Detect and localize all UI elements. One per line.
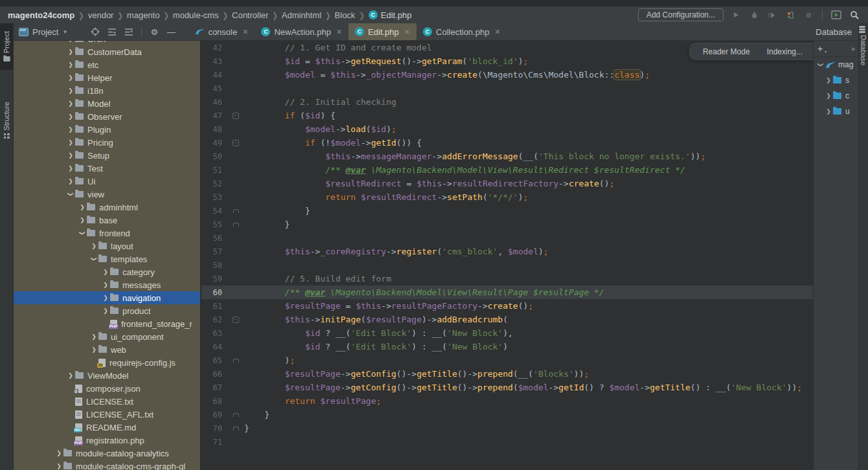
tree-item-frontend[interactable]: ❯frontend [14,227,200,240]
fold-marker[interactable]: − [233,140,239,146]
tree-item-etc[interactable]: ❯etc [14,58,200,71]
chevron-right-icon[interactable]: ❯ [89,346,98,353]
tree-item-messages[interactable]: ❯messages [14,278,200,291]
code-editor[interactable]: 42 // 1. Get ID and create model43 $id =… [201,41,813,470]
database-tab-label[interactable]: Database [860,35,867,65]
add-configuration-button[interactable]: Add Configuration... [638,8,724,21]
chevron-right-icon[interactable]: ❯ [101,295,110,301]
code-line[interactable]: 62− $this->initPage($resultPage)->addBre… [201,313,813,326]
close-icon[interactable]: ✕ [336,28,342,36]
code-line[interactable]: 53 return $resultRedirect->setPath('*/*/… [201,190,813,204]
tree-item-setup[interactable]: ❯Setup [14,149,200,162]
db-tree-item[interactable]: ❯mag [814,57,858,73]
hide-panel-icon[interactable]: — [165,26,177,38]
tree-item-model[interactable]: ❯Model [14,97,200,110]
tree-item-composer-json[interactable]: ❯{}composer.json [14,382,200,395]
code-line[interactable]: 46 // 2. Initial checking [201,95,813,109]
fold-marker[interactable]: − [233,317,239,323]
tree-item-view[interactable]: ❯view [14,188,200,201]
search-icon[interactable] [849,9,860,21]
tree-item-i18n[interactable]: ❯i18n [14,84,200,97]
code-line[interactable]: 68 return $resultPage; [201,394,813,408]
chevron-right-icon[interactable]: ❯ [54,450,63,456]
stop-icon[interactable] [803,9,814,21]
tree-item-layout[interactable]: ❯layout [14,240,200,252]
close-icon[interactable]: ✕ [242,28,248,36]
code-line[interactable]: 57 $this->_coreRegistry->register('cms_b… [201,245,813,258]
chevron-right-icon[interactable]: ❯ [824,93,833,99]
tree-item-navigation[interactable]: ❯navigation [14,291,200,304]
chevron-right-icon[interactable]: ❯ [101,308,110,314]
breadcrumb-item[interactable]: magento24comp [5,10,77,20]
tool-tab-project[interactable]: Project [0,23,13,70]
code-line[interactable]: 63 $id ? __('Edit Block') : __('New Bloc… [201,326,813,340]
tree-item-pricing[interactable]: ❯Pricing [14,136,200,149]
editor-tab-console[interactable]: console✕ [188,23,255,40]
chevron-right-icon[interactable]: ❯ [89,243,98,249]
chevron-right-icon[interactable]: ❯ [66,139,75,146]
fold-marker[interactable] [233,209,239,213]
code-line[interactable]: 71 [201,435,813,449]
code-line[interactable]: 64 $id ? __('Edit Block') : __('New Bloc… [201,340,813,353]
db-tree-item[interactable]: ❯s [814,73,858,88]
tree-item-web[interactable]: ❯web [14,343,200,356]
code-line[interactable]: 50 $this->messageManager->addErrorMessag… [201,150,813,163]
chevron-right-icon[interactable]: ❯ [101,269,110,275]
chevron-right-icon[interactable]: ❯ [824,77,833,84]
code-line[interactable]: 51 /** @var \Magento\Backend\Model\View\… [201,163,813,177]
locate-icon[interactable] [89,26,101,38]
tree-item-module-catalog-cms-graph-ql[interactable]: ❯module-catalog-cms-graph-ql [14,460,200,470]
code-line[interactable]: 66 $resultPage->getConfig()->getTitle()-… [201,367,813,381]
tree-item-templates[interactable]: ❯templates [14,252,200,265]
tree-item-readme-md[interactable]: ❯MDREADME.md [14,421,200,434]
debug-icon[interactable] [748,9,760,21]
chevron-right-icon[interactable]: ❯ [101,282,110,288]
tree-item-plugin[interactable]: ❯Plugin [14,123,200,136]
db-tree-item[interactable]: ❯c [814,88,858,104]
tree-item-license-txt[interactable]: ❯LICENSE.txt [14,395,200,408]
code-line[interactable]: 59 // 5. Build edit form [201,272,813,285]
tree-item-license_afl-txt[interactable]: ❯LICENSE_AFL.txt [14,408,200,421]
add-datasource-button[interactable]: + [817,43,823,54]
chevron-right-icon[interactable]: ❯ [66,372,75,379]
code-line[interactable]: 61 $resultPage = $this->resultPageFactor… [201,299,813,313]
code-line[interactable]: 49− if (!$model->getId()) { [201,136,813,150]
project-view-selector[interactable]: Project ▼ [14,27,73,37]
tree-item-requirejs-config-js[interactable]: ❯JSrequirejs-config.js [14,356,200,369]
tree-item-viewmodel[interactable]: ❯ViewModel [14,369,200,382]
attach-debugger-icon[interactable] [784,9,796,21]
expand-all-icon[interactable] [123,26,135,38]
collapse-all-icon[interactable] [106,26,118,38]
code-line[interactable]: 55 } [201,218,813,231]
more-actions-button[interactable]: » [851,45,854,52]
tree-item-adminhtml[interactable]: ❯adminhtml [14,201,200,214]
chevron-right-icon[interactable]: ❯ [66,178,75,185]
code-line[interactable]: 60 /** @var \Magento\Backend\Model\View\… [201,285,813,299]
breadcrumb-item[interactable]: Adminhtml [279,10,324,20]
chevron-right-icon[interactable]: ❯ [66,152,75,159]
chevron-right-icon[interactable]: ❯ [78,204,87,210]
chevron-down-icon[interactable]: ❯ [79,229,86,238]
tree-item-customerdata[interactable]: ❯CustomerData [14,45,200,58]
code-line[interactable]: 70} [201,421,813,435]
tree-item-module-catalog-analytics[interactable]: ❯module-catalog-analytics [14,447,200,460]
code-line[interactable]: 52 $resultRedirect = $this->resultRedire… [201,177,813,190]
chevron-right-icon[interactable]: ❯ [78,217,87,223]
fold-marker[interactable] [233,359,239,363]
code-line[interactable]: 45 [201,82,813,95]
close-icon[interactable]: ✕ [494,28,500,36]
fold-marker[interactable] [233,427,239,431]
tree-item-base[interactable]: ❯base [14,214,200,227]
code-line[interactable]: 67 $resultPage->getConfig()->getTitle()-… [201,381,813,394]
tree-item-registration-php[interactable]: ❯PHPregistration.php [14,434,200,447]
chevron-down-icon[interactable]: ❯ [91,254,97,263]
chevron-right-icon[interactable]: ❯ [66,100,75,107]
code-line[interactable]: 56 [201,231,813,245]
code-line[interactable]: 47− if ($id) { [201,109,813,122]
breadcrumb-item[interactable]: Controller [229,10,271,20]
fold-marker[interactable] [233,413,239,417]
tree-item-product[interactable]: ❯product [14,304,200,317]
code-line[interactable]: 44 $model = $this->_objectManager->creat… [201,68,813,82]
tree-item-category[interactable]: ❯category [14,265,200,278]
code-line[interactable]: 58 [201,258,813,272]
